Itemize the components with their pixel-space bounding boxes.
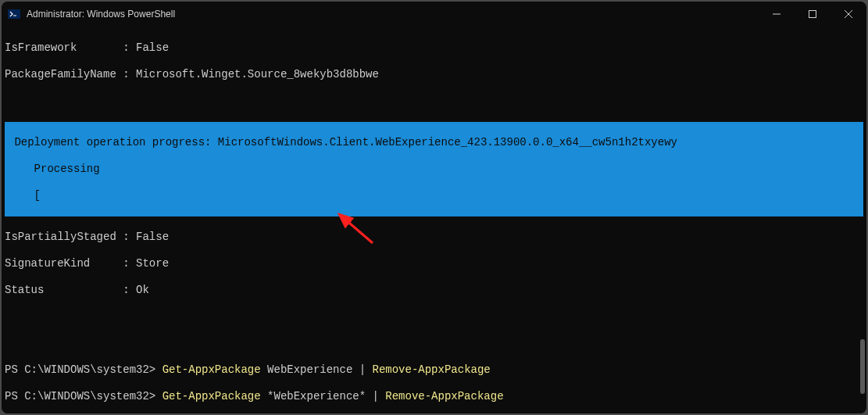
- svg-rect-1: [809, 11, 816, 18]
- cmdlet: Remove-AppxPackage: [366, 363, 491, 376]
- cmdlet: Get-AppxPackage: [163, 390, 261, 402]
- maximize-button[interactable]: [795, 2, 830, 27]
- command-line-1: PS C:\WINDOWS\system32> Get-AppxPackage …: [5, 363, 863, 377]
- output-packagefamilyname: PackageFamilyName : Microsoft.Winget.Sou…: [5, 68, 863, 81]
- command-line-2: PS C:\WINDOWS\system32> Get-AppxPackage …: [5, 390, 863, 403]
- argument: *WebExperience*: [261, 390, 373, 402]
- window-title: Administrator: Windows PowerShell: [27, 9, 759, 20]
- cmdlet: Get-AppxPackage: [163, 363, 261, 376]
- progress-bar: [ ]: [5, 189, 863, 202]
- blank-line: [5, 95, 863, 108]
- progress-line1: Deployment operation progress: Microsoft…: [5, 136, 863, 149]
- scrollbar-thumb[interactable]: [860, 339, 865, 394]
- prompt: PS C:\WINDOWS\system32>: [5, 390, 163, 402]
- minimize-button[interactable]: [759, 2, 795, 27]
- powershell-icon: [8, 8, 20, 20]
- progress-block: Deployment operation progress: Microsoft…: [5, 122, 863, 216]
- argument: WebExperience: [261, 363, 359, 376]
- output-ispartiallystaged: IsPartiallyStaged : False: [5, 231, 863, 244]
- titlebar[interactable]: Administrator: Windows PowerShell: [2, 2, 866, 27]
- progress-line2: Processing: [5, 163, 863, 176]
- output-signaturekind: SignatureKind : Store: [5, 257, 863, 270]
- blank-line: [5, 337, 863, 350]
- powershell-window: Administrator: Windows PowerShell IsFram…: [2, 2, 866, 413]
- prompt: PS C:\WINDOWS\system32>: [5, 363, 163, 376]
- terminal-output[interactable]: IsFramework : False PackageFamilyName : …: [2, 27, 866, 413]
- close-button[interactable]: [830, 2, 866, 27]
- svg-rect-0: [8, 9, 20, 19]
- blank-line: [5, 310, 863, 324]
- window-controls: [759, 2, 866, 27]
- cmdlet: Remove-AppxPackage: [379, 390, 504, 402]
- output-isframework: IsFramework : False: [5, 41, 863, 55]
- output-status: Status : Ok: [5, 284, 863, 297]
- pipe: |: [373, 390, 379, 402]
- pipe: |: [359, 363, 366, 376]
